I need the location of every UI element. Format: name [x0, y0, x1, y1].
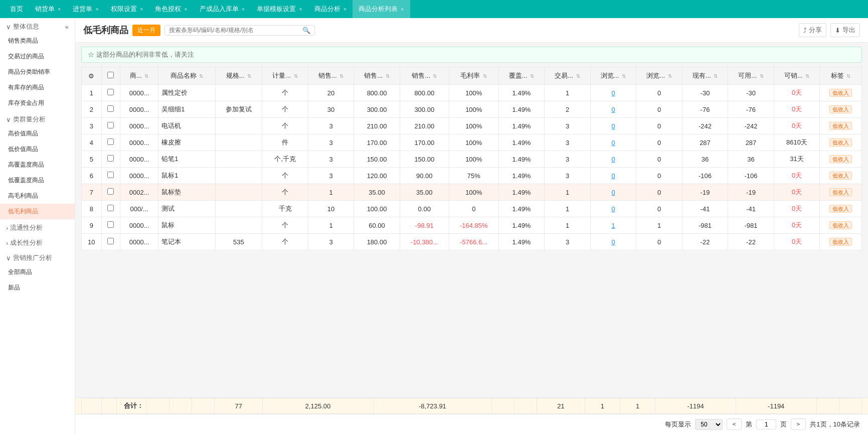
th-coverage[interactable]: 覆盖... ⇅ [498, 67, 545, 85]
nav-home[interactable]: 首页 [4, 0, 29, 18]
share-icon: ⤴ [803, 27, 807, 34]
row-name: 属性定价 [158, 85, 215, 101]
tag-label: 低收入 [829, 172, 852, 180]
th-sales-amount[interactable]: 销售... ⇅ [400, 67, 449, 85]
row-browse1: 0 [590, 134, 636, 151]
sidebar-group-overall[interactable]: ∨ 整体信息 « [0, 18, 75, 33]
row-code: 0000... [120, 85, 158, 101]
row-checkbox [101, 151, 120, 168]
row-select-checkbox[interactable] [107, 238, 114, 244]
sidebar-collapse-icon[interactable]: « [65, 23, 69, 31]
row-select-checkbox[interactable] [107, 138, 114, 145]
chevron-right-icon: › [6, 224, 8, 232]
nav-purchase-order[interactable]: 进货单 × [67, 0, 104, 18]
row-no: 2 [82, 101, 102, 118]
th-current-stock[interactable]: 现有... ⇅ [682, 67, 728, 85]
nav-sales-order[interactable]: 销货单 × [29, 0, 67, 18]
browse-link[interactable]: 0 [611, 189, 615, 196]
chevron-down-icon3: ∨ [6, 254, 11, 262]
browse-link[interactable]: 0 [611, 106, 615, 113]
row-no: 10 [82, 234, 102, 250]
th-spec[interactable]: 规格... ⇅ [215, 67, 262, 85]
sidebar-item-high-margin[interactable]: 高毛利商品 [0, 188, 75, 204]
th-code[interactable]: 商... ⇅ [120, 67, 158, 85]
row-current-stock: -19 [682, 184, 728, 201]
nav-permission[interactable]: 权限设置 × [105, 0, 149, 18]
row-sales-qty: 3 [308, 234, 354, 250]
th-name[interactable]: 商品名称 ⇅ [158, 67, 215, 85]
sidebar-item-low-coverage[interactable]: 低覆盖度商品 [0, 173, 75, 188]
sidebar-item-low-value[interactable]: 低价值商品 [0, 141, 75, 157]
sidebar-item-high-value[interactable]: 高价值商品 [0, 126, 75, 141]
filter-btn[interactable]: 近一月 [132, 25, 160, 36]
sidebar-group-cluster[interactable]: ∨ 类群量分析 [0, 111, 75, 126]
browse-link[interactable]: 0 [611, 122, 615, 130]
th-settings[interactable]: ⚙ [82, 67, 102, 85]
row-select-checkbox[interactable] [107, 105, 114, 112]
page-number-input[interactable] [756, 419, 776, 429]
row-select-checkbox[interactable] [107, 205, 114, 211]
sidebar-item-low-margin[interactable]: 低毛利商品 [0, 204, 75, 219]
th-sellable-days[interactable]: 可销... ⇅ [774, 67, 820, 85]
totals-coverage [514, 398, 537, 414]
row-sales-qty: 3 [308, 151, 354, 168]
page-total-label: 页 [780, 420, 787, 429]
row-unit: 件 [262, 134, 308, 151]
sidebar-item-high-coverage[interactable]: 高覆盖度商品 [0, 157, 75, 173]
sidebar-item-sales-goods[interactable]: 销售类商品 [0, 33, 75, 49]
next-page-btn[interactable]: ＞ [791, 418, 806, 430]
th-gross-margin[interactable]: 毛利率 ⇅ [449, 67, 498, 85]
browse-link[interactable]: 0 [611, 172, 615, 180]
row-checkbox [101, 134, 120, 151]
row-select-checkbox[interactable] [107, 221, 114, 228]
select-all-checkbox[interactable] [107, 72, 114, 78]
nav-product-analysis[interactable]: 商品分析 × [308, 0, 353, 18]
row-select-checkbox[interactable] [107, 155, 114, 162]
sidebar-group-circulation[interactable]: › 流通性分析 [0, 219, 75, 234]
row-select-checkbox[interactable] [107, 188, 114, 195]
th-checkbox [101, 67, 120, 85]
search-input[interactable] [169, 27, 300, 34]
th-browse2[interactable]: 浏览... ⇅ [636, 67, 682, 85]
browse-link[interactable]: 0 [611, 205, 615, 213]
sidebar-group-marketing[interactable]: ∨ 营销推广分析 [0, 249, 75, 264]
row-unit: 个,千克 [262, 151, 308, 168]
share-button[interactable]: ⤴ 分享 [799, 23, 826, 37]
th-trade-count[interactable]: 交易... ⇅ [545, 67, 591, 85]
page-size-select[interactable]: 50 100 200 [695, 419, 723, 430]
browse-link[interactable]: 0 [611, 238, 615, 246]
browse-link[interactable]: 0 [611, 139, 615, 147]
row-select-checkbox[interactable] [107, 89, 114, 95]
row-select-checkbox[interactable] [107, 122, 114, 128]
nav-product-analysis-list[interactable]: 商品分析列表 × [353, 0, 410, 18]
sidebar-item-traded-goods[interactable]: 交易过的商品 [0, 49, 75, 64]
row-code: 0002... [120, 184, 158, 201]
th-sales-qty[interactable]: 销售... ⇅ [308, 67, 354, 85]
nav-template-settings[interactable]: 单据模板设置 × [251, 0, 308, 18]
prev-page-btn[interactable]: ＜ [727, 418, 742, 430]
row-select-checkbox[interactable] [107, 172, 114, 178]
nav-role-auth[interactable]: 角色授权 × [149, 0, 193, 18]
browse-link[interactable]: 0 [611, 156, 615, 163]
th-sales-price[interactable]: 销售... ⇅ [354, 67, 400, 85]
sidebar-item-inventory-goods[interactable]: 有库存的商品 [0, 80, 75, 95]
th-browse1[interactable]: 浏览... ⇅ [590, 67, 636, 85]
totals-label: 合计： [117, 398, 147, 414]
browse-link[interactable]: 0 [611, 89, 615, 97]
search-icon[interactable]: 🔍 [302, 27, 310, 34]
export-button[interactable]: ⬇ 导出 [830, 23, 860, 37]
sidebar-item-category-rate[interactable]: 商品分类助销率 [0, 64, 75, 80]
row-spec [215, 134, 262, 151]
sidebar-item-capital[interactable]: 库存资金占用 [0, 95, 75, 111]
sidebar-item-new-goods[interactable]: 新品 [0, 280, 75, 296]
row-name: 吴细细1 [158, 101, 215, 118]
nav-product-warehouse[interactable]: 产成品入库单 × [194, 0, 251, 18]
top-nav: 首页 销货单 × 进货单 × 权限设置 × 角色授权 × 产成品入库单 × 单据… [0, 0, 868, 18]
sidebar-group-growth[interactable]: › 成长性分析 [0, 234, 75, 249]
th-available-stock[interactable]: 可用... ⇅ [728, 67, 774, 85]
row-available-stock: -41 [728, 201, 774, 217]
sidebar-item-all-goods[interactable]: 全部商品 [0, 264, 75, 280]
th-tag[interactable]: 标签 ⇅ [820, 67, 862, 85]
th-unit[interactable]: 计量... ⇅ [262, 67, 308, 85]
browse-link[interactable]: 1 [611, 222, 615, 229]
